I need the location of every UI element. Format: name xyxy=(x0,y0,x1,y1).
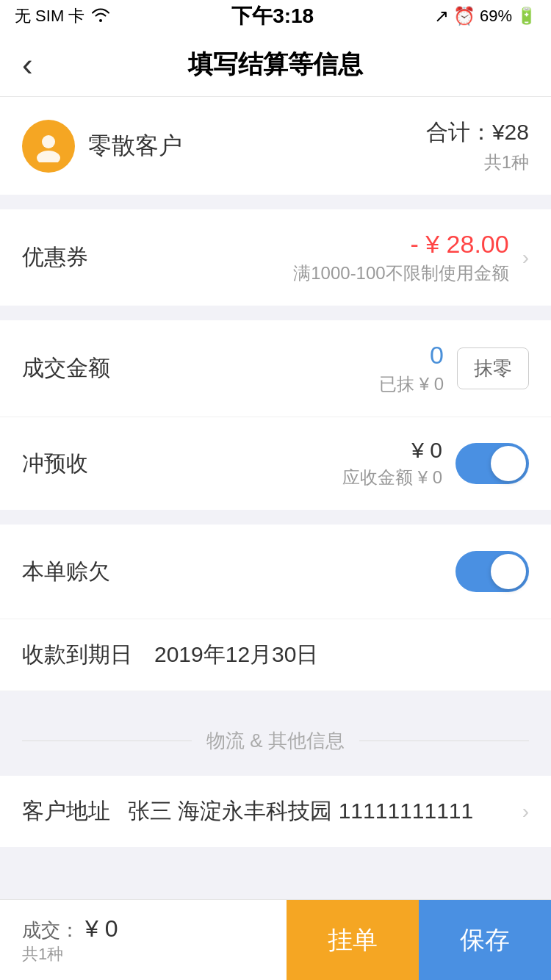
customer-section: 零散客户 合计：¥28 共1种 xyxy=(0,97,551,195)
deal-amount-value: 0 xyxy=(379,341,444,370)
customer-right: 合计：¥28 共1种 xyxy=(426,118,529,174)
deal-amount-row: 成交金额 0 已抹 ¥ 0 抹零 xyxy=(0,320,551,417)
status-time: 下午3:18 xyxy=(231,2,314,30)
address-label: 客户地址 xyxy=(22,796,110,826)
arrears-label: 本单赊欠 xyxy=(22,557,110,587)
back-button[interactable]: ‹ xyxy=(22,48,33,81)
status-bar: 无 SIM 卡 下午3:18 ↗ ⏰ 69% 🔋 xyxy=(0,0,551,32)
prepayment-toggle-knob xyxy=(491,446,526,481)
nav-bar: ‹ 填写结算等信息 xyxy=(0,32,551,97)
prepayment-toggle[interactable] xyxy=(455,443,529,484)
alarm-icon: ⏰ xyxy=(453,6,475,26)
customer-name: 零散客户 xyxy=(88,130,182,162)
arrears-toggle-knob xyxy=(491,554,526,589)
deal-amount-right: 0 已抹 ¥ 0 抹零 xyxy=(379,341,529,396)
address-section: 客户地址 张三 海淀永丰科技园 11111111111 › xyxy=(0,776,551,847)
due-date-value: 2019年12月30日 xyxy=(154,640,318,670)
customer-count: 共1种 xyxy=(426,151,529,174)
deal-section: 成交金额 0 已抹 ¥ 0 抹零 冲预收 ¥ 0 应收金额 ¥ 0 xyxy=(0,320,551,510)
logistics-label-text: 物流 & 其他信息 xyxy=(206,728,345,754)
logistics-label: 物流 & 其他信息 xyxy=(22,728,529,754)
arrears-section: 本单赊欠 收款到期日 2019年12月30日 xyxy=(0,525,551,691)
bottom-deal-value: ¥ 0 xyxy=(85,915,118,943)
prepayment-row: 冲预收 ¥ 0 应收金额 ¥ 0 xyxy=(0,417,551,510)
svg-point-1 xyxy=(37,151,60,162)
location-icon: ↗ xyxy=(434,6,449,26)
coupon-value-col: - ¥ 28.00 满1000-100不限制使用金额 xyxy=(293,230,508,285)
coupon-row[interactable]: 优惠券 - ¥ 28.00 满1000-100不限制使用金额 › xyxy=(0,209,551,306)
wifi-icon xyxy=(90,6,111,26)
address-value: 张三 海淀永丰科技园 11111111111 xyxy=(128,796,522,826)
battery-percent: 69% xyxy=(480,7,512,26)
logistics-separator: 物流 & 其他信息 xyxy=(0,706,551,776)
main-content: 零散客户 合计：¥28 共1种 优惠券 - ¥ 28.00 满1000-100不… xyxy=(0,97,551,950)
arrears-row: 本单赊欠 xyxy=(0,525,551,619)
bottom-bar: 成交： ¥ 0 共1种 挂单 保存 xyxy=(0,899,551,980)
customer-left: 零散客户 xyxy=(22,120,182,173)
coupon-label: 优惠券 xyxy=(22,242,110,273)
prepayment-right: ¥ 0 应收金额 ¥ 0 xyxy=(342,438,529,489)
status-left: 无 SIM 卡 xyxy=(15,5,111,27)
arrears-toggle[interactable] xyxy=(455,551,529,592)
sim-status: 无 SIM 卡 xyxy=(15,5,84,27)
coupon-sub: 满1000-100不限制使用金额 xyxy=(293,262,508,285)
deal-amount-label: 成交金额 xyxy=(22,353,110,383)
coupon-section: 优惠券 - ¥ 28.00 满1000-100不限制使用金额 › xyxy=(0,209,551,306)
coupon-right: - ¥ 28.00 满1000-100不限制使用金额 › xyxy=(293,230,529,285)
coupon-value: - ¥ 28.00 xyxy=(293,230,508,259)
coupon-chevron: › xyxy=(522,246,529,270)
prepayment-value: ¥ 0 xyxy=(342,438,442,463)
status-right: ↗ ⏰ 69% 🔋 xyxy=(434,6,536,26)
due-date-label: 收款到期日 xyxy=(22,640,132,670)
prepayment-col: ¥ 0 应收金额 ¥ 0 xyxy=(342,438,442,489)
bottom-count: 共1种 xyxy=(22,943,264,965)
battery-icon: 🔋 xyxy=(516,7,536,26)
bottom-deal-label: 成交： xyxy=(22,918,79,943)
customer-avatar xyxy=(22,120,75,173)
customer-total: 合计：¥28 xyxy=(426,118,529,148)
address-row[interactable]: 客户地址 张三 海淀永丰科技园 11111111111 › xyxy=(0,776,551,847)
bottom-left: 成交： ¥ 0 共1种 xyxy=(0,915,287,965)
round-zero-button[interactable]: 抹零 xyxy=(457,347,529,389)
save-button[interactable]: 保存 xyxy=(419,900,551,981)
deal-amount-col: 0 已抹 ¥ 0 xyxy=(379,341,444,396)
svg-point-0 xyxy=(42,135,55,148)
address-chevron: › xyxy=(522,800,529,824)
prepayment-label: 冲预收 xyxy=(22,449,110,479)
prepayment-sub: 应收金额 ¥ 0 xyxy=(342,466,442,489)
deal-amount-sub: 已抹 ¥ 0 xyxy=(379,372,444,396)
hang-order-button[interactable]: 挂单 xyxy=(287,900,419,981)
page-title: 填写结算等信息 xyxy=(188,48,363,82)
due-date-row: 收款到期日 2019年12月30日 xyxy=(0,619,551,691)
